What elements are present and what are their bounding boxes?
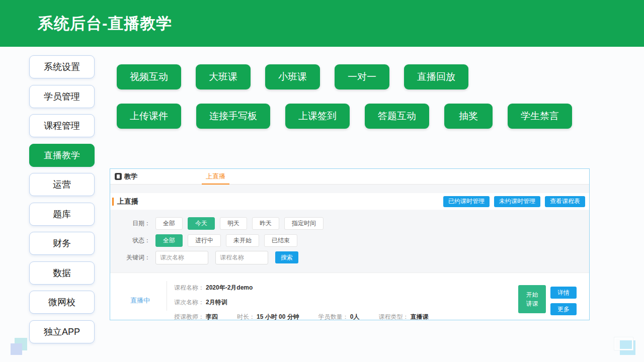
teaching-app-entry[interactable]: 教学	[115, 172, 137, 181]
course-name-value: 2020年-2月demo	[206, 284, 253, 292]
date-filter-label: 日期：	[124, 219, 150, 228]
status-option-all[interactable]: 全部	[155, 234, 183, 247]
start-lecture-line1: 开始	[526, 291, 538, 298]
course-name-label: 课程名称：	[174, 284, 204, 292]
search-button[interactable]: 搜索	[275, 251, 298, 263]
duration-pair: 时长： 15 小时 00 分钟	[237, 313, 299, 321]
sidebar-item-system-settings[interactable]: 系统设置	[29, 55, 95, 78]
feature-mute-students[interactable]: 学生禁言	[508, 104, 572, 129]
page-header: 系统后台-直播教学	[0, 0, 644, 47]
course-type-pair: 课程类型： 直播课	[378, 313, 428, 321]
live-status-badge: 直播中	[130, 296, 150, 305]
feature-large-class[interactable]: 大班课	[196, 64, 251, 89]
lesson-record-row: 直播中 课程名称： 2020年-2月demo 课次名称： 2月特训 授课教师： …	[110, 273, 589, 320]
status-option-ongoing[interactable]: 进行中	[188, 234, 221, 247]
students-label: 学员数量：	[318, 313, 349, 321]
status-filter-row: 状态： 全部 进行中 未开始 已结束	[124, 234, 589, 247]
sidebar-item-live-teaching[interactable]: 直播教学	[29, 144, 95, 167]
feature-class-signin[interactable]: 上课签到	[285, 104, 350, 129]
students-value: 0人	[350, 313, 360, 321]
section-actions: 已约课时管理 未约课时管理 查看课程表	[443, 196, 585, 207]
unbooked-lessons-button[interactable]: 未约课时管理	[494, 196, 540, 207]
sidebar-item-course-management[interactable]: 课程管理	[29, 114, 95, 137]
sidebar-item-standalone-app[interactable]: 独立APP	[29, 320, 95, 343]
course-type-value: 直播课	[410, 313, 428, 321]
keyword-filter-label: 关键词：	[124, 253, 150, 262]
live-admin-panel: 教学 上直播 上直播 已约课时管理 未约课时管理 查看课程表 日期： 全部 今天…	[110, 168, 590, 320]
decoration-square-outline-right	[614, 337, 633, 350]
more-button[interactable]: 更多	[550, 303, 577, 315]
date-option-yesterday[interactable]: 昨天	[252, 217, 279, 230]
lesson-name-input[interactable]	[155, 251, 208, 264]
lesson-name-label: 课次名称：	[174, 298, 204, 307]
course-name-input[interactable]	[215, 251, 268, 264]
feature-lottery[interactable]: 抽奖	[444, 104, 493, 129]
status-option-ended[interactable]: 已结束	[264, 234, 297, 247]
panel-tabbar: 教学 上直播	[110, 169, 589, 185]
sidebar-item-finance[interactable]: 财务	[29, 232, 95, 255]
feature-upload-courseware[interactable]: 上传课件	[117, 104, 181, 129]
course-name-line: 课程名称： 2020年-2月demo	[174, 284, 447, 291]
feature-video-interaction[interactable]: 视频互动	[117, 64, 181, 89]
lesson-name-value: 2月特训	[206, 298, 227, 307]
booked-lessons-button[interactable]: 已约课时管理	[443, 196, 490, 207]
sidebar-item-student-management[interactable]: 学员管理	[29, 85, 95, 108]
detail-button[interactable]: 详情	[550, 287, 577, 299]
keyword-filter-row: 关键词： 搜索	[124, 251, 589, 264]
start-lecture-line2: 讲课	[526, 300, 538, 307]
start-lecture-button[interactable]: 开始 讲课	[518, 285, 546, 313]
date-option-custom[interactable]: 指定时间	[284, 217, 324, 230]
sidebar: 系统设置 学员管理 课程管理 直播教学 运营 题库 财务 数据 微网校 独立AP…	[29, 55, 95, 349]
feature-live-replay[interactable]: 直播回放	[404, 64, 468, 89]
teacher-value: 李四	[206, 313, 218, 321]
feature-handwriting-board[interactable]: 连接手写板	[196, 104, 270, 129]
section-header: 上直播 已约课时管理 未约课时管理 查看课程表	[110, 193, 589, 210]
feature-row-1: 视频互动 大班课 小班课 一对一 直播回放	[117, 64, 595, 89]
teacher-pair: 授课教师： 李四	[174, 313, 218, 321]
section-title: 上直播	[117, 197, 138, 206]
teaching-app-label: 教学	[124, 172, 137, 181]
teaching-app-icon	[115, 173, 122, 180]
tab-go-live[interactable]: 上直播	[202, 169, 229, 185]
students-pair: 学员数量： 0人	[318, 313, 360, 321]
status-filter-label: 状态：	[124, 236, 150, 245]
record-mini-actions: 详情 更多	[550, 287, 577, 315]
lesson-meta-line: 授课教师： 李四 时长： 15 小时 00 分钟 学员数量： 0人 课程类型： …	[174, 313, 447, 320]
teacher-label: 授课教师：	[174, 313, 204, 321]
feature-quiz-interaction[interactable]: 答题互动	[365, 104, 429, 129]
course-type-label: 课程类型：	[378, 313, 409, 321]
sidebar-item-micro-school[interactable]: 微网校	[29, 291, 95, 314]
view-timetable-button[interactable]: 查看课程表	[545, 196, 585, 207]
lesson-name-line: 课次名称： 2月特训	[174, 299, 447, 306]
sidebar-item-data[interactable]: 数据	[29, 261, 95, 285]
feature-row-2: 上传课件 连接手写板 上课签到 答题互动 抽奖 学生禁言	[117, 104, 595, 129]
duration-value: 15 小时 00 分钟	[257, 313, 299, 321]
feature-one-on-one[interactable]: 一对一	[335, 64, 389, 89]
vertical-divider	[167, 281, 167, 311]
filter-area: 日期： 全部 今天 明天 昨天 指定时间 状态： 全部 进行中 未开始 已结束 …	[110, 210, 589, 273]
duration-label: 时长：	[237, 313, 255, 321]
feature-buttons: 视频互动 大班课 小班课 一对一 直播回放 上传课件 连接手写板 上课签到 答题…	[117, 64, 595, 143]
sidebar-item-operations[interactable]: 运营	[29, 173, 95, 196]
date-option-today[interactable]: 今天	[188, 217, 215, 230]
date-filter-row: 日期： 全部 今天 明天 昨天 指定时间	[124, 217, 589, 230]
date-option-tomorrow[interactable]: 明天	[220, 217, 247, 230]
sidebar-item-question-bank[interactable]: 题库	[29, 203, 95, 226]
feature-small-class[interactable]: 小班课	[265, 64, 320, 89]
page-title: 系统后台-直播教学	[0, 13, 172, 34]
orange-accent-bar	[112, 198, 114, 206]
lesson-details: 课程名称： 2020年-2月demo 课次名称： 2月特训 授课教师： 李四 时…	[174, 284, 447, 328]
decoration-square-lavender-left	[11, 343, 22, 355]
date-option-all[interactable]: 全部	[155, 217, 183, 230]
status-option-not-started[interactable]: 未开始	[226, 234, 259, 247]
